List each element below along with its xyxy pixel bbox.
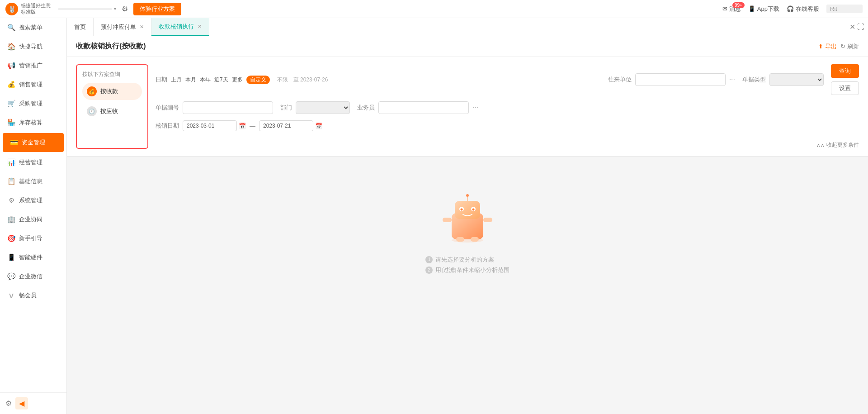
finance-icon: 💳	[10, 138, 18, 147]
sidebar-item-hardware[interactable]: 📱 智能硬件	[0, 248, 66, 267]
online-service-btn[interactable]: 🎧 在线客服	[787, 5, 819, 13]
sidebar-item-basic[interactable]: 📋 基础信息	[0, 172, 66, 191]
date-custom[interactable]: 自定义	[246, 76, 270, 84]
sidebar-settings-btn[interactable]: ⚙	[5, 399, 12, 408]
sidebar-label-inventory: 库存核算	[19, 119, 42, 127]
svg-point-5	[461, 209, 463, 211]
export-btn[interactable]: ⬆ 导出	[818, 43, 837, 51]
tab-receipt[interactable]: 收款核销执行 ✕	[151, 18, 209, 36]
tab-close-btn[interactable]: ✕	[849, 23, 855, 31]
filter-row-1: 日期 上月 本月 本年 近7天 更多 自定义 不限	[156, 64, 859, 95]
export-icon: ⬆	[818, 43, 823, 50]
verify-date-end-group: 📅	[259, 120, 322, 131]
refresh-btn[interactable]: ↻ 刷新	[840, 43, 859, 51]
sidebar-item-inventory[interactable]: 🏪 库存核算	[0, 113, 66, 132]
date-links: 上月 本月 本年 近7天 更多 自定义	[171, 76, 270, 84]
top-bar-right: ✉ 消息 99+ 📱 App下载 🎧 在线客服 Rit	[722, 5, 863, 13]
partner-more-btn[interactable]: ···	[729, 76, 735, 84]
more-conditions-btn[interactable]: ∧∧ 收起更多条件	[816, 141, 859, 149]
receipt-filter-icon: 💰	[87, 86, 97, 96]
filter-form: 日期 上月 本月 本年 近7天 更多 自定义 不限	[156, 64, 859, 149]
tab-home[interactable]: 首页	[67, 18, 94, 36]
company-name	[58, 8, 112, 10]
partner-input[interactable]	[635, 73, 726, 86]
sidebar-label-sales: 销售管理	[19, 81, 42, 89]
sidebar-label-finance: 资金管理	[22, 138, 45, 147]
query-btn[interactable]: 查询	[831, 64, 859, 78]
sidebar-collapse-btn[interactable]: ◀	[15, 397, 28, 409]
verify-date-start-icon[interactable]: 📅	[239, 123, 246, 129]
sidebar-bottom: ⚙ ◀	[0, 392, 66, 414]
user-info[interactable]: Rit	[826, 5, 863, 13]
verify-date-end-icon[interactable]: 📅	[315, 123, 322, 129]
date-last-month[interactable]: 上月	[171, 76, 182, 84]
empty-hint-2: 2 用[过滤]条件来缩小分析范围	[425, 265, 509, 275]
company-dropdown-icon[interactable]: ▾	[114, 6, 116, 11]
svg-rect-10	[483, 218, 492, 222]
tab-receipt-close[interactable]: ✕	[198, 24, 202, 29]
refresh-icon: ↻	[840, 43, 845, 50]
verify-date-start[interactable]	[183, 120, 237, 131]
app-download-btn[interactable]: 📱 App下载	[748, 5, 779, 13]
robot-illustration	[440, 193, 495, 247]
ops-icon: 📊	[7, 158, 15, 167]
more-conditions: ∧∧ 收起更多条件	[156, 138, 859, 149]
tab-prepay-close[interactable]: ✕	[140, 24, 144, 30]
date-this-year[interactable]: 本年	[200, 76, 211, 84]
date-more[interactable]: 更多	[232, 76, 243, 84]
sidebar-item-system[interactable]: ⚙ 系统管理	[0, 191, 66, 210]
filter-option-receipt[interactable]: 💰 按收款	[82, 83, 142, 100]
industry-btn[interactable]: 体验行业方案	[133, 3, 181, 15]
sales-icon: 💰	[7, 81, 15, 89]
tab-prepay[interactable]: 预付冲应付单 ✕	[94, 18, 151, 36]
phone-icon: 📱	[748, 5, 755, 12]
action-btns: 查询 设置	[831, 64, 859, 95]
tab-home-label: 首页	[74, 23, 86, 31]
sidebar-item-guide[interactable]: 🎯 新手引导	[0, 229, 66, 248]
page-actions: ⬆ 导出 ↻ 刷新	[818, 43, 859, 51]
company-selector[interactable]: ▾	[58, 6, 116, 11]
date-this-month[interactable]: 本月	[185, 76, 196, 84]
settings-icon[interactable]: ⚙	[120, 3, 130, 15]
sidebar-item-member[interactable]: V 畅会员	[0, 286, 66, 305]
sidebar-item-finance[interactable]: 💳 资金管理	[3, 133, 64, 152]
member-icon: V	[7, 292, 15, 300]
doc-type-select[interactable]	[769, 73, 824, 86]
page-title: 收款核销执行(按收款)	[76, 42, 146, 51]
sidebar-item-sales[interactable]: 💰 销售管理	[0, 75, 66, 94]
sidebar-item-marketing[interactable]: 📢 营销推广	[0, 56, 66, 75]
sidebar-label-wechat: 企业微信	[19, 272, 42, 281]
svg-rect-11	[456, 237, 464, 242]
staff-more-btn[interactable]: ···	[472, 104, 478, 112]
dept-label: 部门	[280, 104, 292, 112]
date-7days[interactable]: 近7天	[214, 76, 228, 84]
settings-filter-btn[interactable]: 设置	[831, 81, 859, 95]
sidebar-item-wechat[interactable]: 💬 企业微信	[0, 267, 66, 286]
verify-date-start-group: 📅	[183, 120, 246, 131]
sidebar-item-quick[interactable]: 🏠 快捷导航	[0, 37, 66, 56]
dept-select[interactable]	[296, 101, 350, 114]
sidebar-item-corp[interactable]: 🏢 企业协同	[0, 210, 66, 229]
filter-doc-type-field: 单据类型	[742, 73, 824, 86]
sidebar-item-purchase[interactable]: 🛒 采购管理	[0, 94, 66, 113]
sidebar-item-ops[interactable]: 📊 经营管理	[0, 153, 66, 172]
purchase-icon: 🛒	[7, 100, 15, 108]
svg-point-6	[472, 209, 475, 211]
staff-input[interactable]	[378, 101, 469, 114]
sidebar-label-corp: 企业协同	[19, 215, 42, 224]
receivable-filter-icon: 🕐	[87, 106, 97, 116]
filter-option-receivable[interactable]: 🕐 按应收	[82, 103, 142, 120]
doc-no-input[interactable]	[183, 101, 273, 114]
tab-maximize-btn[interactable]: ⛶	[857, 23, 864, 31]
date-to: 至 2023-07-26	[293, 76, 328, 84]
sidebar-item-search[interactable]: 🔍 搜索菜单	[0, 18, 66, 37]
sidebar-label-guide: 新手引导	[19, 234, 42, 243]
sidebar-label-marketing: 营销推广	[19, 62, 42, 70]
svg-rect-9	[443, 218, 452, 222]
message-btn[interactable]: ✉ 消息 99+	[722, 5, 741, 13]
filter-verify-date-field: 核销日期 📅 — 📅	[156, 120, 322, 131]
empty-hint-1: 1 请先选择要分析的方案	[425, 254, 509, 265]
verify-date-end[interactable]	[259, 120, 313, 131]
tab-prepay-label: 预付冲应付单	[101, 23, 136, 31]
sidebar-label-ops: 经营管理	[19, 158, 42, 167]
